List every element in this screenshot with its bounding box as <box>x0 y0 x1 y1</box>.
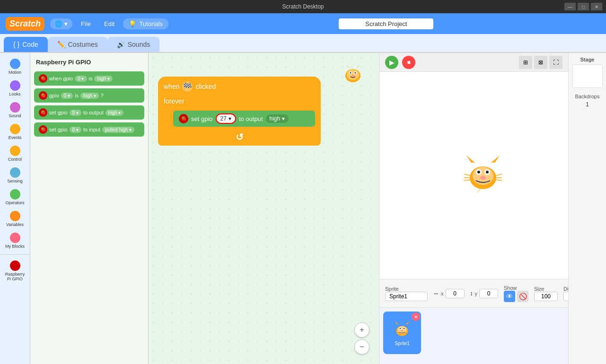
gpio-value-dropdown-2[interactable]: high ▾ <box>80 93 99 99</box>
language-menu[interactable]: 🌐 ▾ <box>50 18 72 29</box>
fullscreen-button[interactable]: ⛶ <box>549 56 562 69</box>
sprite-card-sprite1[interactable]: ✕ Sprite1 <box>383 312 421 354</box>
rpi-logo-script: 🍓 <box>179 114 188 123</box>
close-button[interactable]: ✕ <box>591 3 602 10</box>
gpio-27-dropdown[interactable]: 27 ▾ <box>216 113 236 124</box>
script-area[interactable]: when 🏁 clicked forever 🍓 set gpio 27 <box>149 53 379 364</box>
sprite-delete-button[interactable]: ✕ <box>412 312 420 321</box>
y-arrow-icon: ↕ <box>470 290 473 297</box>
category-sensing[interactable]: Sensing <box>1 165 29 185</box>
maximize-button[interactable]: □ <box>578 3 589 10</box>
forever-inner: 🍓 set gpio 27 ▾ to output high ▾ <box>158 108 321 130</box>
block-is-label-2: is <box>75 93 79 98</box>
svg-line-17 <box>495 174 502 176</box>
category-events[interactable]: Events <box>1 122 29 142</box>
x-arrow-icon: ↔ <box>433 290 439 297</box>
show-label: Show <box>504 285 528 291</box>
category-variables[interactable]: Variables <box>1 209 29 229</box>
stage-right-panel: Stage Backdrops 1 <box>568 53 606 364</box>
control-dot <box>10 146 20 156</box>
category-looks[interactable]: Looks <box>1 78 29 98</box>
gpio-high-dropdown[interactable]: high ▾ <box>266 114 289 123</box>
stop-icon: ■ <box>407 59 410 66</box>
gpio-input-dropdown[interactable]: pulled high ▾ <box>102 127 134 133</box>
titlebar: Scratch Desktop — □ ✕ <box>0 0 606 13</box>
x-coord-group: ↔ x <box>433 289 465 298</box>
show-visible-button[interactable]: 👁 <box>504 291 515 302</box>
stage-view-buttons: ⊞ ⊠ ⛶ <box>519 56 562 69</box>
block-set-input-label: set gpio <box>49 127 68 132</box>
gpio-num-dropdown-1[interactable]: 0 ▾ <box>75 76 87 82</box>
green-flag-button[interactable]: ▶ <box>385 56 398 69</box>
gpio-num-dropdown-2[interactable]: 0 ▾ <box>61 93 73 99</box>
sprite-list: ✕ Sprite1 <box>379 307 568 364</box>
rpi-icon-3: 🍓 <box>39 108 47 117</box>
block-gpio-boolean[interactable]: 🍓 gpio 0 ▾ is high ▾ ? <box>34 88 144 103</box>
file-menu[interactable]: File <box>76 18 96 29</box>
category-control[interactable]: Control <box>1 144 29 164</box>
svg-line-16 <box>464 180 471 181</box>
category-sound[interactable]: Sound <box>1 100 29 120</box>
gpio-high-value: high <box>270 115 281 122</box>
tab-costumes[interactable]: ✏️ Costumes <box>48 37 107 52</box>
show-hidden-button[interactable]: 🚫 <box>517 291 528 302</box>
category-my-blocks[interactable]: My Blocks <box>1 231 29 251</box>
category-rpi[interactable]: Raspberry Pi GPIO <box>1 259 29 283</box>
svg-point-11 <box>477 171 480 173</box>
stop-button[interactable]: ■ <box>402 56 415 69</box>
block-set-gpio-input[interactable]: 🍓 set gpio 0 ▾ to input pulled high ▾ <box>34 122 144 137</box>
sprite-name-input[interactable] <box>385 292 428 301</box>
svg-point-5 <box>355 72 356 74</box>
minimize-button[interactable]: — <box>564 3 576 10</box>
zoom-in-button[interactable]: + <box>354 322 369 338</box>
category-motion[interactable]: Motion <box>1 57 29 77</box>
gpio-num-dropdown-3[interactable]: 0 ▾ <box>70 110 81 116</box>
globe-icon: 🌐 <box>55 20 62 27</box>
gpio-27-value: 27 <box>220 115 227 122</box>
gpio-num-dropdown-4[interactable]: 0 ▾ <box>70 127 81 133</box>
y-input[interactable] <box>479 289 498 298</box>
titlebar-controls[interactable]: — □ ✕ <box>564 3 602 10</box>
block-is-label-1: is <box>89 76 93 81</box>
rpi-icon-4: 🍓 <box>39 125 47 134</box>
edit-menu[interactable]: Edit <box>99 18 119 29</box>
zoom-out-button[interactable]: − <box>354 339 369 355</box>
flag-icon: 🏁 <box>182 81 193 92</box>
gpio-output-dropdown[interactable]: high ▾ <box>105 110 124 116</box>
forever-block[interactable]: forever <box>158 95 321 108</box>
block-to-input-label: to input <box>83 127 100 132</box>
stage-controls: ▶ ■ ⊞ ⊠ ⛶ <box>379 53 568 72</box>
block-when-gpio[interactable]: 🍓 when gpio 0 ▾ is high ▾ <box>34 71 144 86</box>
motion-label: Motion <box>9 70 21 75</box>
sprite-thumbnail <box>390 320 414 339</box>
tutorials-label: Tutorials <box>139 20 162 27</box>
sprite-info: Sprite ↔ x ↕ y Show 👁 🚫 <box>379 279 568 307</box>
zoom-controls: + − <box>354 322 369 355</box>
x-input[interactable] <box>446 289 465 298</box>
sensing-label: Sensing <box>7 179 23 183</box>
rpi-label: Raspberry Pi GPIO <box>3 272 27 281</box>
stage-mini-thumbnail <box>572 64 603 88</box>
gpio-value-dropdown-1[interactable]: high ▾ <box>94 76 113 82</box>
costumes-icon: ✏️ <box>57 41 65 48</box>
sound-label: Sound <box>9 113 21 118</box>
when-label: when <box>164 83 179 90</box>
gpio-27-arrow: ▾ <box>228 115 231 122</box>
tab-code[interactable]: { } Code <box>4 37 48 52</box>
category-operators[interactable]: Operators <box>1 187 29 207</box>
tab-sounds-label: Sounds <box>128 41 150 48</box>
small-stage-button[interactable]: ⊞ <box>519 56 532 69</box>
tab-sounds[interactable]: 🔊 Sounds <box>107 37 159 52</box>
when-flag-clicked-block[interactable]: when 🏁 clicked <box>158 77 321 95</box>
show-group: Show 👁 🚫 <box>504 285 528 302</box>
divider <box>0 254 30 255</box>
stage-panel: ▶ ■ ⊞ ⊠ ⛶ <box>379 53 568 364</box>
sensing-dot <box>10 167 20 178</box>
size-input[interactable] <box>534 292 558 301</box>
block-set-gpio-output[interactable]: 🍓 set gpio 0 ▾ to output high ▾ <box>34 105 144 120</box>
rpi-icon-2: 🍓 <box>39 91 47 100</box>
set-gpio-block[interactable]: 🍓 set gpio 27 ▾ to output high ▾ <box>173 111 315 127</box>
large-stage-button[interactable]: ⊠ <box>534 56 547 69</box>
project-name-input[interactable] <box>339 18 433 29</box>
tutorials-button[interactable]: 💡 Tutorials <box>123 18 168 29</box>
